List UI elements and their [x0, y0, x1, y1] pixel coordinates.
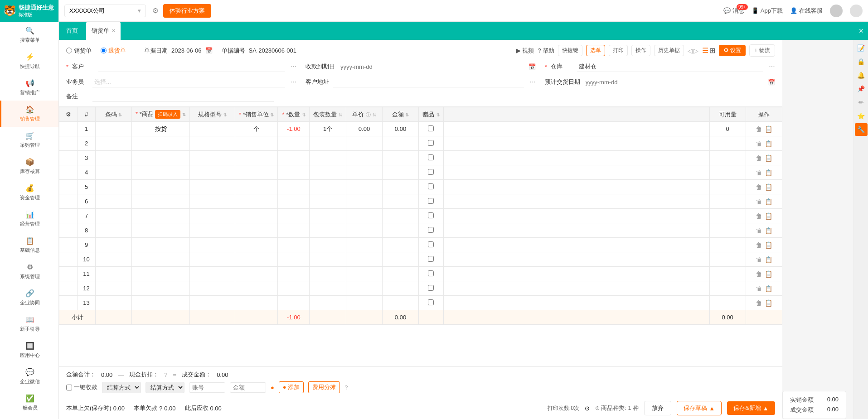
due-date-input[interactable]	[339, 62, 525, 72]
product-input[interactable]	[136, 256, 186, 263]
avatar[interactable]	[830, 5, 843, 17]
barcode-input[interactable]	[99, 169, 128, 176]
row-barcode-cell[interactable]	[96, 252, 132, 267]
delete-icon[interactable]: 🗑	[756, 183, 762, 191]
abandon-button[interactable]: 放弃	[644, 401, 671, 415]
barcode-input[interactable]	[99, 299, 128, 306]
product-input[interactable]	[136, 227, 186, 234]
gift-checkbox[interactable]	[428, 198, 434, 204]
row-qty-cell[interactable]: -1.00	[278, 122, 310, 136]
gift-checkbox[interactable]	[428, 227, 434, 233]
row-barcode-cell[interactable]	[96, 180, 132, 194]
row-qty-cell[interactable]	[278, 252, 310, 267]
customer-addr-more-icon[interactable]: ···	[529, 78, 535, 86]
row-qty-cell[interactable]	[278, 238, 310, 252]
spec-input[interactable]	[194, 241, 231, 248]
price-info-icon[interactable]: ⓘ	[366, 112, 371, 117]
copy-icon[interactable]: 📋	[765, 227, 772, 234]
tab-home[interactable]: 首页	[59, 22, 85, 40]
row-qty-cell[interactable]	[278, 180, 310, 194]
row-barcode-cell[interactable]	[96, 223, 132, 238]
sidebar-item-finance[interactable]: 💰 资金管理	[0, 179, 58, 206]
sidebar-item-inventory[interactable]: 📦 库存核算	[0, 153, 58, 179]
help-action[interactable]: ? 帮助	[538, 47, 554, 55]
topbar-gear-icon[interactable]: ⚙	[152, 6, 159, 15]
expense-help-icon[interactable]: ?	[344, 384, 348, 391]
row-product-cell[interactable]	[132, 252, 190, 267]
copy-icon[interactable]: 📋	[765, 299, 772, 307]
delete-icon[interactable]: 🗑	[756, 125, 762, 133]
discount-help-icon[interactable]: ?	[164, 371, 167, 378]
product-input[interactable]	[136, 241, 186, 248]
product-input[interactable]	[136, 183, 186, 190]
row-qty-cell[interactable]	[278, 209, 310, 223]
sidebar-item-member[interactable]: ✅ 畅会员	[0, 390, 58, 416]
prev-arrow-icon[interactable]: ◁	[688, 47, 693, 54]
gift-checkbox[interactable]	[428, 183, 434, 189]
delete-icon[interactable]: 🗑	[756, 299, 762, 307]
salesperson-input[interactable]	[92, 77, 285, 87]
product-sort-icon[interactable]: ⇅	[182, 112, 186, 117]
product-input[interactable]	[136, 212, 186, 219]
copy-icon[interactable]: 📋	[765, 183, 772, 191]
row-product-cell[interactable]	[132, 151, 190, 165]
product-input[interactable]	[136, 169, 186, 176]
delete-icon[interactable]: 🗑	[756, 212, 762, 220]
pkg-sort-icon[interactable]: ⇅	[339, 112, 342, 117]
avatar-secondary[interactable]	[850, 5, 863, 17]
row-product-cell[interactable]	[132, 136, 190, 151]
right-panel-btn-2[interactable]: 🔒	[855, 55, 868, 68]
shortcut-button[interactable]: 快捷键	[558, 45, 582, 56]
one-click-pay-checkbox[interactable]: 一键收款	[66, 383, 97, 391]
tab-close-icon[interactable]: ×	[112, 28, 115, 34]
app-download-button[interactable]: 📱 App下载	[752, 7, 783, 15]
gift-checkbox[interactable]	[428, 154, 434, 160]
message-button[interactable]: 💬 消息 99+	[723, 7, 744, 15]
spec-input[interactable]	[194, 270, 231, 277]
row-spec-cell[interactable]	[190, 180, 235, 194]
one-click-pay-input[interactable]	[66, 385, 72, 390]
row-spec-cell[interactable]	[190, 209, 235, 223]
row-barcode-cell[interactable]	[96, 194, 132, 209]
barcode-input[interactable]	[99, 227, 128, 234]
account-select[interactable]: 结算方式	[145, 382, 184, 393]
right-panel-btn-5[interactable]: ✏	[855, 96, 868, 109]
due-date-calendar-icon[interactable]: 📅	[529, 63, 536, 70]
copy-icon[interactable]: 📋	[765, 154, 772, 162]
expected-date-input[interactable]	[584, 77, 764, 87]
right-panel-btn-1[interactable]: 📝	[855, 42, 868, 54]
sidebar-item-appstore[interactable]: 🔲 应用中心	[0, 337, 58, 363]
delete-icon[interactable]: 🗑	[756, 241, 762, 249]
row-gift-cell[interactable]	[419, 194, 444, 209]
company-select[interactable]: XXXXXX公司 ▾	[64, 5, 146, 17]
copy-icon[interactable]: 📋	[765, 169, 772, 176]
gift-checkbox[interactable]	[428, 256, 434, 262]
gift-checkbox[interactable]	[428, 125, 434, 131]
right-panel-btn-6[interactable]: ⭐	[855, 110, 868, 122]
unit-sort-icon[interactable]: ⇅	[270, 112, 274, 117]
save-draft-button[interactable]: 保存草稿 ▲	[677, 401, 722, 415]
row-spec-cell[interactable]	[190, 165, 235, 180]
row-spec-cell[interactable]	[190, 252, 235, 267]
row-gift-cell[interactable]	[419, 252, 444, 267]
copy-icon[interactable]: 📋	[765, 270, 772, 278]
radio-sales-input[interactable]	[66, 48, 72, 53]
row-barcode-cell[interactable]	[96, 267, 132, 281]
print-button[interactable]: 打印	[609, 45, 628, 56]
copy-icon[interactable]: 📋	[765, 198, 772, 205]
barcode-input[interactable]	[99, 212, 128, 219]
gift-sort-icon[interactable]: ⇅	[436, 112, 440, 117]
add-button[interactable]: ● 添加	[279, 381, 304, 393]
copy-icon[interactable]: 📋	[765, 212, 772, 220]
row-product-cell[interactable]	[132, 223, 190, 238]
date-calendar-icon[interactable]: 📅	[205, 47, 213, 54]
right-panel-btn-7[interactable]: 🔧	[855, 123, 868, 136]
row-qty-cell[interactable]	[278, 136, 310, 151]
row-qty-cell[interactable]	[278, 165, 310, 180]
row-spec-cell[interactable]	[190, 238, 235, 252]
row-qty-cell[interactable]	[278, 267, 310, 281]
row-product-cell[interactable]	[132, 238, 190, 252]
row-spec-cell[interactable]	[190, 281, 235, 296]
radio-return-input[interactable]	[101, 48, 107, 53]
expected-date-calendar-icon[interactable]: 📅	[768, 79, 775, 86]
